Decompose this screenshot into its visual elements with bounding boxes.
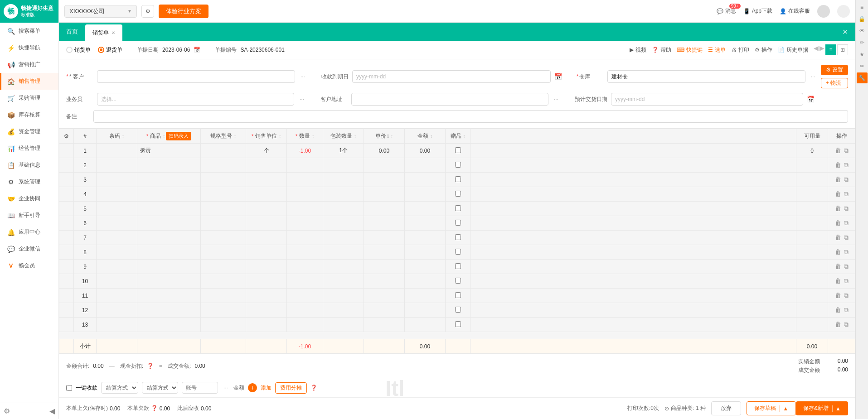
cell-spec-6[interactable]: [201, 231, 246, 245]
cell-remark-7[interactable]: [470, 245, 796, 260]
cell-qty-6[interactable]: [287, 231, 323, 245]
cell-spec-4[interactable]: [201, 202, 246, 216]
cell-remark-0[interactable]: [470, 144, 796, 158]
cell-barcode-2[interactable]: [97, 173, 137, 187]
cell-gift-1[interactable]: [446, 158, 470, 173]
customer-ellipsis-icon[interactable]: ···: [299, 73, 307, 80]
cell-pkgqty-0[interactable]: 1个: [323, 144, 364, 158]
cell-amount-12[interactable]: [405, 318, 446, 332]
logistics-button[interactable]: + 物流: [821, 78, 848, 88]
delete-icon-5[interactable]: 🗑: [835, 219, 841, 227]
cell-unit-8[interactable]: [246, 260, 287, 274]
video-btn[interactable]: ▶ 视频: [630, 46, 646, 54]
cell-product-6[interactable]: [137, 231, 201, 245]
cell-amount-7[interactable]: [405, 245, 446, 260]
sidebar-item-system[interactable]: ⚙ 系统管理: [0, 173, 58, 190]
app-download-button[interactable]: 📱 App下载: [743, 7, 772, 15]
sidebar-item-wechat[interactable]: 💬 企业微信: [0, 241, 58, 257]
cell-product-5[interactable]: [137, 216, 201, 231]
gift-checkbox-7[interactable]: [455, 249, 461, 255]
cell-qty-9[interactable]: [287, 274, 323, 289]
copy-icon-2[interactable]: ⧉: [844, 176, 849, 183]
delete-icon-1[interactable]: 🗑: [835, 161, 841, 169]
cell-gift-8[interactable]: [446, 260, 470, 274]
cell-remark-8[interactable]: [470, 260, 796, 274]
cell-remark-5[interactable]: [470, 216, 796, 231]
right-panel-btn-4[interactable]: ✏: [857, 37, 868, 48]
settings-button[interactable]: ⚙ 设置: [821, 65, 848, 75]
radio-sale[interactable]: 销货单: [66, 46, 91, 54]
gift-checkbox-4[interactable]: [455, 205, 461, 211]
cell-pkgqty-2[interactable]: [323, 173, 364, 187]
spec-sort-icon[interactable]: ↕: [234, 134, 236, 139]
notes-input[interactable]: [93, 110, 848, 123]
cell-unit-10[interactable]: [246, 289, 287, 303]
right-panel-btn-6[interactable]: ✏: [857, 61, 868, 72]
sidebar-item-basics[interactable]: 📋 基础信息: [0, 157, 58, 173]
cell-product-11[interactable]: [137, 303, 201, 318]
one-click-payment-checkbox[interactable]: [66, 385, 72, 391]
copy-icon-5[interactable]: ⧉: [844, 219, 849, 227]
right-panel-btn-7[interactable]: 🔧: [857, 72, 868, 83]
copy-icon-12[interactable]: ⧉: [844, 321, 849, 328]
unit-sort-icon[interactable]: ↕: [279, 134, 281, 139]
cell-barcode-1[interactable]: [97, 158, 137, 173]
copy-icon-0[interactable]: ⧉: [844, 147, 849, 154]
account-input[interactable]: [182, 382, 218, 394]
sidebar-item-quicknav[interactable]: ⚡ 快捷导航: [0, 39, 58, 56]
copy-icon-3[interactable]: ⧉: [844, 190, 849, 198]
addr-ellipsis-icon[interactable]: ···: [552, 96, 560, 102]
cell-product-2[interactable]: [137, 173, 201, 187]
help-btn[interactable]: ❓ 帮助: [652, 46, 671, 54]
cell-product-0[interactable]: 拆贡: [137, 144, 201, 158]
amount-sort-icon[interactable]: ↕: [430, 134, 432, 139]
method-select[interactable]: 结算方式: [101, 382, 138, 394]
cell-price-6[interactable]: [364, 231, 405, 245]
cell-gift-7[interactable]: [446, 245, 470, 260]
cell-spec-7[interactable]: [201, 245, 246, 260]
list-view-btn[interactable]: ≡: [825, 44, 836, 55]
save-new-button[interactable]: 保存&新增 ▲: [796, 401, 848, 415]
select-btn[interactable]: ☰ 选单: [708, 46, 726, 54]
cell-pkgqty-4[interactable]: [323, 202, 364, 216]
cell-barcode-4[interactable]: [97, 202, 137, 216]
cell-product-10[interactable]: [137, 289, 201, 303]
grid-view-btn[interactable]: ⊞: [837, 44, 848, 55]
cell-amount-1[interactable]: [405, 158, 446, 173]
cell-amount-6[interactable]: [405, 231, 446, 245]
cell-qty-2[interactable]: [287, 173, 323, 187]
delete-icon-12[interactable]: 🗑: [835, 321, 841, 328]
gift-checkbox-11[interactable]: [455, 307, 461, 313]
cell-gift-4[interactable]: [446, 202, 470, 216]
close-all-tabs-icon[interactable]: ✕: [839, 28, 852, 36]
cell-barcode-10[interactable]: [97, 289, 137, 303]
cell-unit-12[interactable]: [246, 318, 287, 332]
account-ellipsis-icon[interactable]: ···: [222, 385, 230, 391]
cell-unit-9[interactable]: [246, 274, 287, 289]
receive-date-input[interactable]: [352, 70, 551, 83]
cell-qty-8[interactable]: [287, 260, 323, 274]
right-panel-btn-1[interactable]: ≡: [857, 2, 868, 13]
cell-remark-1[interactable]: [470, 158, 796, 173]
th-config[interactable]: ⚙: [59, 129, 74, 144]
cell-qty-11[interactable]: [287, 303, 323, 318]
gift-checkbox-9[interactable]: [455, 278, 461, 284]
cell-gift-3[interactable]: [446, 187, 470, 202]
cell-pkgqty-12[interactable]: [323, 318, 364, 332]
cell-price-12[interactable]: [364, 318, 405, 332]
cell-pkgqty-3[interactable]: [323, 187, 364, 202]
cell-product-9[interactable]: [137, 274, 201, 289]
collapse-icon[interactable]: ◀: [49, 407, 55, 415]
cell-spec-11[interactable]: [201, 303, 246, 318]
cell-remark-2[interactable]: [470, 173, 796, 187]
cell-product-4[interactable]: [137, 202, 201, 216]
cell-amount-11[interactable]: [405, 303, 446, 318]
right-panel-btn-2[interactable]: 🔒: [857, 14, 868, 24]
cell-unit-3[interactable]: [246, 187, 287, 202]
cell-pkgqty-6[interactable]: [323, 231, 364, 245]
delete-icon-10[interactable]: 🗑: [835, 292, 841, 299]
cell-unit-6[interactable]: [246, 231, 287, 245]
calendar-icon[interactable]: 📅: [194, 47, 200, 53]
warehouse-ellipsis-icon[interactable]: ···: [809, 73, 817, 80]
cell-spec-12[interactable]: [201, 318, 246, 332]
